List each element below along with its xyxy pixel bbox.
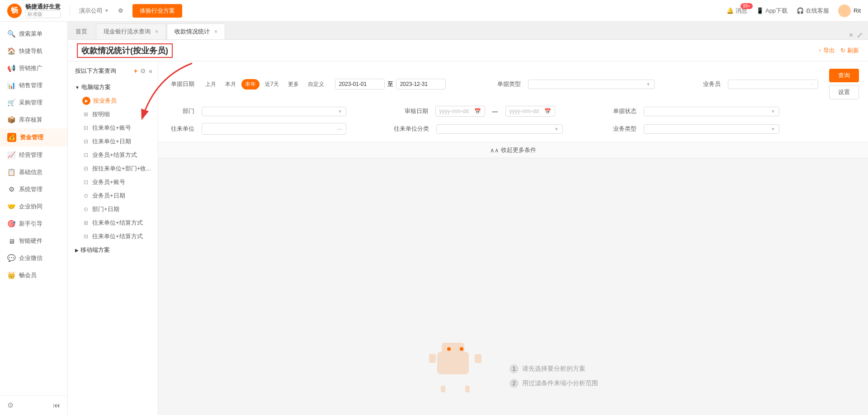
mobile-group-label: 移动端方案 (80, 246, 110, 254)
shortcut-more[interactable]: 更多 (284, 79, 302, 90)
sidebar-item-sales[interactable]: 📊 销售管理 (0, 77, 67, 94)
scheme-item-partner-settle2[interactable]: ⊟ 往来单位+结算方式 (68, 230, 158, 243)
collapse-sidebar-icon[interactable]: ⏮ (53, 401, 60, 410)
company-selector[interactable]: 演示公司 ▼ (79, 7, 109, 15)
app-download-link[interactable]: 📱 App下载 (756, 7, 788, 15)
sidebar-item-guide[interactable]: 🎯 新手引导 (0, 215, 67, 232)
action-btn-group: 查询 设置 (829, 69, 859, 99)
sidebar-item-member[interactable]: 👑 畅会员 (0, 267, 67, 284)
active-scheme-icon: ▶ (82, 97, 90, 105)
tab-expand-icon[interactable]: ⤢ (857, 31, 863, 39)
sidebar-item-inventory[interactable]: 📦 库存核算 (0, 111, 67, 128)
settings-button[interactable]: 设置 (829, 85, 859, 99)
collapse-row[interactable]: ∧∧ 收起更多条件 (158, 142, 868, 158)
online-service-link[interactable]: 🎧 在线客服 (797, 7, 829, 15)
sidebar-bottom: ⚙ ⏮ (0, 395, 67, 415)
tab-bank-close[interactable]: × (155, 28, 158, 35)
edition-badge: 标准版 (25, 10, 61, 18)
tab-home[interactable]: 首页 (68, 24, 95, 39)
voucher-type-select[interactable]: ▼ (528, 80, 655, 89)
bell-icon: 🔔 (726, 7, 734, 14)
empty-step-1: 1 请先选择要分析的方案 (509, 364, 598, 373)
sidebar: 🔍 搜索菜单 🏠 快捷导航 📢 营销推广 📊 销售管理 🛒 采购管理 📦 (0, 22, 68, 415)
guide-icon: 🎯 (7, 220, 15, 228)
sidebar-nav: 🔍 搜索菜单 🏠 快捷导航 📢 营销推广 📊 销售管理 🛒 采购管理 📦 (0, 22, 67, 395)
scheme-item-partner-account[interactable]: ⊟ 往来单位+账号 (68, 121, 158, 135)
dept-arrow: ▼ (338, 109, 342, 114)
scheme-item-partner-dept[interactable]: ⊟ 按往来单位+部门+收... (68, 162, 158, 175)
date-to-input[interactable]: 2023-12-31 (396, 79, 446, 90)
phone-icon: 📱 (756, 7, 764, 14)
query-button[interactable]: 查询 (829, 69, 859, 82)
scheme-item-partner-settle1[interactable]: ⊞ 往来单位+结算方式 (68, 216, 158, 230)
hardware-icon: 🖥 (7, 237, 15, 245)
partner-more-btn[interactable]: ··· (337, 125, 342, 132)
sidebar-item-search[interactable]: 🔍 搜索菜单 (0, 25, 67, 42)
scheme-item-partner-date[interactable]: ⊟ 往来单位+日期 (68, 135, 158, 148)
review-date-to[interactable]: yyyy-mm-dd 📅 (505, 106, 555, 117)
sidebar-item-basic[interactable]: 📋 基础信息 (0, 164, 67, 181)
sidebar-item-system[interactable]: ⚙ 系统管理 (0, 181, 67, 198)
tab-bank[interactable]: 现金银行流水查询 × (96, 24, 166, 39)
filter-area: 单据日期 上月 本月 本年 近7天 更多 自定义 2023-01-01 (158, 61, 868, 415)
scheme-item-salesman[interactable]: ▶ 按业务员 (68, 94, 158, 108)
settings-gear-icon[interactable]: ⚙ (7, 401, 14, 410)
shortcut-custom[interactable]: 自定义 (304, 79, 328, 90)
biz-type-select[interactable]: ▼ (644, 124, 779, 134)
sidebar-item-collab[interactable]: 🤝 企业协同 (0, 198, 67, 215)
sidebar-item-marketing[interactable]: 📢 营销推广 (0, 60, 67, 77)
scheme-item-detail[interactable]: ⊞ 按明细 (68, 108, 158, 121)
partner-select[interactable]: ··· (202, 123, 346, 135)
desktop-group-header[interactable]: ▼ 电脑端方案 (68, 80, 158, 94)
sidebar-item-hardware[interactable]: 🖥 智能硬件 (0, 232, 67, 250)
gear-button[interactable]: ⚙ (114, 5, 127, 17)
online-service-label: 在线客服 (806, 7, 829, 15)
tab-receipt-close[interactable]: × (214, 28, 217, 35)
scheme-collapse-button[interactable]: « (149, 67, 152, 75)
calendar-icon-2: 📅 (544, 108, 551, 114)
notification-area[interactable]: 🔔 消息 99+ (726, 7, 747, 15)
shortcut-7days[interactable]: 近7天 (261, 79, 283, 90)
voucher-status-select[interactable]: ▼ (644, 107, 779, 116)
scheme-item-label-partner-settle2: 往来单位+结算方式 (92, 232, 143, 241)
scheme-item-dept-date[interactable]: ⊙ 部门+日期 (68, 203, 158, 216)
sidebar-item-operations[interactable]: 📈 经营管理 (0, 146, 67, 164)
export-label: 导出 (823, 47, 835, 55)
add-scheme-button[interactable]: + (134, 67, 137, 75)
scheme-item-salesman-account[interactable]: ⊡ 业务员+账号 (68, 175, 158, 189)
date-from-input[interactable]: 2023-01-01 (335, 79, 385, 90)
salesman-date-icon: ⊙ (82, 192, 90, 199)
scheme-item-salesman-settle[interactable]: ⊡ 业务员+结算方式 (68, 148, 158, 162)
filter-content: 单据日期 上月 本月 本年 近7天 更多 自定义 2023-01-01 (158, 61, 868, 142)
shortcut-last-month[interactable]: 上月 (202, 79, 220, 90)
sidebar-item-wechat[interactable]: 💬 企业微信 (0, 250, 67, 267)
sidebar-label-inventory: 库存核算 (19, 116, 42, 124)
scheme-item-salesman-date[interactable]: ⊙ 业务员+日期 (68, 189, 158, 203)
dept-select[interactable]: ▼ (202, 107, 346, 116)
shortcut-this-year[interactable]: 本年 (241, 79, 259, 90)
sidebar-item-nav[interactable]: 🏠 快捷导航 (0, 42, 67, 60)
trial-button[interactable]: 体验行业方案 (132, 4, 182, 18)
salesman-select[interactable]: ··· (728, 80, 818, 89)
sidebar-item-purchase[interactable]: 🛒 采购管理 (0, 94, 67, 111)
collapse-label: 收起更多条件 (501, 146, 536, 154)
date-separator: 至 (387, 80, 393, 88)
sidebar-label-finance: 资金管理 (20, 133, 43, 141)
detail-icon: ⊞ (82, 111, 90, 118)
partner-category-select[interactable]: ▼ (436, 124, 563, 134)
export-button[interactable]: ↑ 导出 (819, 47, 835, 55)
scheme-settings-button[interactable]: ⚙ (140, 67, 146, 75)
tab-receipt[interactable]: 收款情况统计 × (167, 24, 225, 39)
sidebar-label-collab: 企业协同 (19, 203, 42, 211)
tab-close-all-icon[interactable]: × (849, 31, 853, 39)
filter-row-3: 往来单位 ··· 往来单位分类 ▼ 业务类型 (167, 123, 859, 135)
refresh-button[interactable]: ↻ 刷新 (840, 47, 859, 55)
user-avatar[interactable]: Rit (838, 5, 861, 17)
search-icon: 🔍 (7, 30, 15, 38)
finance-icon: 💰 (7, 133, 16, 142)
scheme-item-label-detail: 按明细 (92, 110, 110, 118)
shortcut-this-month[interactable]: 本月 (222, 79, 240, 90)
mobile-group-header[interactable]: ▶ 移动端方案 (68, 243, 158, 257)
review-date-from[interactable]: yyyy-mm-dd 📅 (435, 106, 485, 117)
sidebar-item-finance[interactable]: 💰 资金管理 (0, 128, 67, 146)
